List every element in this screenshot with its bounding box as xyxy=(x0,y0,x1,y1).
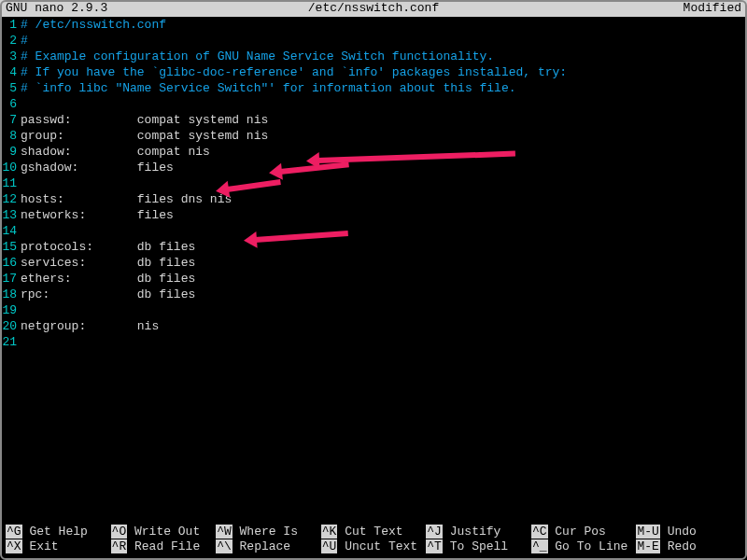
line-number: 5 xyxy=(0,80,17,96)
code-line[interactable]: gshadow: files xyxy=(21,160,747,175)
line-number: 13 xyxy=(0,207,17,223)
shortcut-exit[interactable]: ^X Exit xyxy=(6,539,111,554)
line-number: 18 xyxy=(0,287,17,302)
shortcut-label: Write Out xyxy=(127,525,200,539)
shortcut-label: Cut Text xyxy=(337,525,402,539)
shortcut-label: Redo xyxy=(660,539,697,553)
line-number: 17 xyxy=(0,271,17,287)
code-line[interactable]: # /etc/nsswitch.conf xyxy=(21,17,747,33)
shortcut-label: Replace xyxy=(233,539,290,553)
title-bar: GNU nano 2.9.3 /etc/nsswitch.conf Modifi… xyxy=(0,0,747,17)
line-number: 2 xyxy=(0,33,17,49)
code-line[interactable]: hosts: files dns nis xyxy=(21,191,747,207)
shortcut-label: Go To Line xyxy=(548,539,628,553)
keycap: ^R xyxy=(111,539,128,553)
line-number: 21 xyxy=(0,334,17,350)
line-number: 16 xyxy=(0,255,17,271)
shortcut-read-file[interactable]: ^R Read File xyxy=(111,539,217,554)
line-number: 6 xyxy=(0,96,17,112)
keycap: ^K xyxy=(321,525,338,539)
shortcut-uncut-text[interactable]: ^U Uncut Text xyxy=(321,539,427,554)
shortcut-redo[interactable]: M-E Redo xyxy=(636,539,741,554)
code-line[interactable]: ethers: db files xyxy=(21,271,747,287)
shortcut-justify[interactable]: ^J Justify xyxy=(426,525,531,539)
shortcut-cur-pos[interactable]: ^C Cur Pos xyxy=(531,525,637,539)
code-line[interactable] xyxy=(21,175,747,191)
keycap: ^C xyxy=(531,525,548,539)
keycap: ^G xyxy=(6,525,22,539)
shortcut-label: To Spell xyxy=(443,539,508,553)
shortcut-to-spell[interactable]: ^T To Spell xyxy=(426,539,531,554)
keycap: ^_ xyxy=(531,539,548,553)
shortcut-cut-text[interactable]: ^K Cut Text xyxy=(321,525,427,539)
code-line[interactable]: rpc: db files xyxy=(21,287,747,302)
shortcut-where-is[interactable]: ^W Where Is xyxy=(216,525,321,539)
code-line[interactable]: group: compat systemd nis xyxy=(21,128,747,144)
shortcut-write-out[interactable]: ^O Write Out xyxy=(111,525,217,539)
shortcut-undo[interactable]: M-U Undo xyxy=(636,525,741,539)
line-number: 12 xyxy=(0,191,17,207)
line-number: 7 xyxy=(0,112,17,128)
line-number: 3 xyxy=(0,49,17,64)
keycap: ^\ xyxy=(216,539,233,553)
line-number: 14 xyxy=(0,223,17,239)
code-line[interactable]: # Example configuration of GNU Name Serv… xyxy=(21,49,747,64)
keycap: ^X xyxy=(6,539,22,553)
code-line[interactable]: services: db files xyxy=(21,255,747,271)
code-line[interactable] xyxy=(21,334,747,350)
shortcut-label: Read File xyxy=(127,539,200,553)
line-number: 15 xyxy=(0,239,17,255)
line-number: 19 xyxy=(0,302,17,318)
line-number: 10 xyxy=(0,160,17,175)
code-line[interactable]: passwd: compat systemd nis xyxy=(21,112,747,128)
shortcut-label: Cur Pos xyxy=(548,525,606,539)
file-path: /etc/nsswitch.conf xyxy=(0,0,747,17)
text-content[interactable]: # /etc/nsswitch.conf## Example configura… xyxy=(21,17,747,521)
code-line[interactable]: # If you have the `glibc-doc-reference' … xyxy=(21,64,747,80)
code-line[interactable] xyxy=(21,96,747,112)
line-number: 8 xyxy=(0,128,17,144)
app-name: GNU nano 2.9.3 xyxy=(6,0,107,17)
line-number: 20 xyxy=(0,318,17,334)
code-line[interactable]: # `info libc "Name Service Switch"' for … xyxy=(21,80,747,96)
code-line[interactable]: # xyxy=(21,33,747,49)
keycap: ^O xyxy=(111,525,128,539)
shortcut-replace[interactable]: ^\ Replace xyxy=(216,539,321,554)
shortcut-go-to-line[interactable]: ^_ Go To Line xyxy=(531,539,637,554)
shortcut-label: Where Is xyxy=(233,525,298,539)
keycap: ^T xyxy=(426,539,443,553)
shortcut-label: Get Help xyxy=(22,525,88,539)
shortcut-bar: ^G Get Help^O Write Out^W Where Is^K Cut… xyxy=(6,525,741,554)
keycap: M-U xyxy=(636,525,659,539)
keycap: ^W xyxy=(216,525,233,539)
code-line[interactable]: networks: files xyxy=(21,207,747,223)
keycap: ^U xyxy=(321,539,338,553)
shortcut-label: Exit xyxy=(22,539,59,553)
line-number-gutter: 123456789101112131415161718192021 xyxy=(0,17,21,521)
keycap: ^J xyxy=(426,525,443,539)
code-line[interactable] xyxy=(21,223,747,239)
editor-area[interactable]: 123456789101112131415161718192021 # /etc… xyxy=(0,17,747,521)
code-line[interactable]: protocols: db files xyxy=(21,239,747,255)
shortcut-get-help[interactable]: ^G Get Help xyxy=(6,525,111,539)
file-status: Modified xyxy=(684,0,741,17)
line-number: 11 xyxy=(0,175,17,191)
code-line[interactable] xyxy=(21,302,747,318)
code-line[interactable]: netgroup: nis xyxy=(21,318,747,334)
shortcut-label: Undo xyxy=(660,525,697,539)
shortcut-label: Justify xyxy=(443,525,500,539)
line-number: 4 xyxy=(0,64,17,80)
line-number: 1 xyxy=(0,17,17,33)
line-number: 9 xyxy=(0,144,17,160)
keycap: M-E xyxy=(636,539,659,553)
shortcut-label: Uncut Text xyxy=(337,539,417,553)
